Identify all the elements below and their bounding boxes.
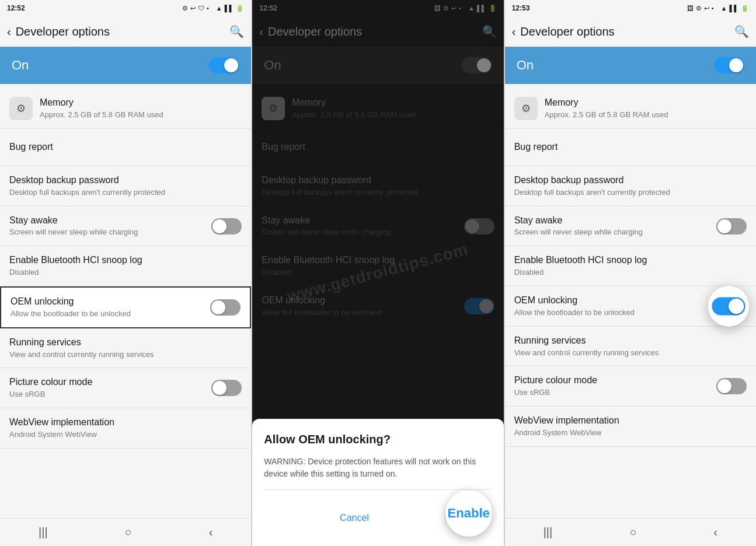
bluetooth-hci-item-3[interactable]: Enable Bluetooth HCI snoop log Disabled: [505, 246, 756, 286]
webview-item-3[interactable]: WebView implementation Android System We…: [505, 407, 756, 447]
bluetooth-hci-subtitle-3: Disabled: [514, 268, 747, 278]
picture-colour-title-3: Picture colour mode: [514, 374, 716, 387]
oem-knob-3: [729, 299, 744, 314]
memory-item-1[interactable]: ⚙ Memory Approx. 2.5 GB of 5.8 GB RAM us…: [0, 89, 251, 129]
dialog-cancel-button[interactable]: Cancel: [264, 503, 444, 533]
memory-icon-1: ⚙: [9, 97, 33, 120]
oem-unlocking-subtitle-3: Allow the bootloader to be unlocked: [514, 308, 709, 318]
stay-awake-subtitle-3: Screen will never sleep while charging: [514, 228, 716, 237]
picture-colour-toggle-3[interactable]: [716, 378, 747, 394]
on-bar-3[interactable]: On: [505, 47, 756, 84]
dialog-title: Allow OEM unlocking?: [264, 433, 492, 446]
signal-icon-1: ▌▌: [225, 5, 234, 12]
oem-unlocking-item-1[interactable]: OEM unlocking Allow the bootloader to be…: [0, 286, 251, 328]
header-3: ‹ Developer options 🔍: [505, 16, 756, 47]
back-button-1[interactable]: ‹: [7, 25, 11, 38]
desktop-backup-item-3[interactable]: Desktop backup password Desktop full bac…: [505, 166, 756, 206]
stay-awake-subtitle-1: Screen will never sleep while charging: [9, 228, 211, 237]
stay-awake-knob-3: [717, 219, 731, 233]
status-time-3: 12:53: [512, 4, 530, 12]
back-button-3[interactable]: ‹: [512, 25, 516, 38]
stay-awake-item-1[interactable]: Stay awake Screen will never sleep while…: [0, 206, 251, 247]
nav-recent-3[interactable]: |||: [532, 521, 565, 544]
bluetooth-hci-content-3: Enable Bluetooth HCI snoop log Disabled: [514, 254, 747, 278]
header-1: ‹ Developer options 🔍: [0, 16, 251, 47]
on-bar-1[interactable]: On: [0, 47, 251, 84]
screen1: 12:52 ⚙ ↩ 🛡 • ▲ ▌▌ 🔋 ‹ Developer options…: [0, 0, 251, 546]
stay-awake-content-1: Stay awake Screen will never sleep while…: [9, 215, 211, 238]
bug-report-item-1[interactable]: Bug report: [0, 129, 251, 166]
screen3: 12:53 🖼 ⚙ ↩ • ▲ ▌▌ 🔋 ‹ Developer options…: [505, 0, 756, 546]
nav-back-3[interactable]: ‹: [702, 521, 729, 544]
oem-unlocking-item-3[interactable]: OEM unlocking Allow the bootloader to be…: [505, 286, 756, 327]
stay-awake-title-3: Stay awake: [514, 215, 716, 227]
picture-colour-subtitle-1: Use sRGB: [9, 390, 211, 400]
settings-list-3: ⚙ Memory Approx. 2.5 GB of 5.8 GB RAM us…: [505, 89, 756, 518]
picture-colour-item-1[interactable]: Picture colour mode Use sRGB: [0, 368, 251, 408]
nav-recent-1[interactable]: |||: [27, 521, 60, 544]
picture-colour-content-3: Picture colour mode Use sRGB: [514, 374, 716, 398]
search-icon-3[interactable]: 🔍: [734, 24, 749, 38]
running-services-subtitle-3: View and control currently running servi…: [514, 348, 747, 358]
stay-awake-title-1: Stay awake: [9, 215, 211, 227]
desktop-backup-subtitle-1: Desktop full backups aren't currently pr…: [9, 188, 242, 198]
screen2: www.getdroidtips.com 12:52 🖼 ⚙ ↩ • ▲ ▌▌ …: [252, 0, 503, 546]
settings-list-1: ⚙ Memory Approx. 2.5 GB of 5.8 GB RAM us…: [0, 89, 251, 518]
webview-title-3: WebView implementation: [514, 415, 747, 427]
memory-content-3: Memory Approx. 2.5 GB of 5.8 GB RAM used: [545, 97, 747, 120]
webview-subtitle-3: Android System WebView: [514, 428, 747, 438]
webview-content-3: WebView implementation Android System We…: [514, 415, 747, 438]
running-services-title-1: Running services: [9, 337, 242, 349]
shield-icon-1: 🛡: [198, 5, 204, 12]
page-title-3: Developer options: [520, 25, 734, 38]
memory-title-3: Memory: [545, 97, 747, 109]
webview-title-1: WebView implementation: [9, 416, 242, 429]
running-services-item-1[interactable]: Running services View and control curren…: [0, 328, 251, 369]
vpn-icon-3: ↩: [704, 5, 709, 12]
memory-item-3[interactable]: ⚙ Memory Approx. 2.5 GB of 5.8 GB RAM us…: [505, 89, 756, 129]
oem-toggle-3[interactable]: [712, 298, 745, 316]
webview-item-1[interactable]: WebView implementation Android System We…: [0, 408, 251, 449]
oem-toggle-1[interactable]: [210, 299, 241, 316]
desktop-backup-content-1: Desktop backup password Desktop full bac…: [9, 174, 242, 198]
picture-colour-title-1: Picture colour mode: [9, 376, 211, 388]
bug-report-content-1: Bug report: [9, 141, 242, 153]
search-icon-1[interactable]: 🔍: [229, 24, 244, 38]
vpn-icon-1: ↩: [190, 5, 196, 12]
nav-back-1[interactable]: ‹: [197, 521, 225, 544]
oem-knob-1: [211, 300, 225, 314]
running-services-item-3[interactable]: Running services View and control curren…: [505, 327, 756, 367]
nav-home-3[interactable]: ○: [618, 521, 648, 544]
status-bar-3: 12:53 🖼 ⚙ ↩ • ▲ ▌▌ 🔋: [505, 0, 756, 16]
oem-unlocking-content-3: OEM unlocking Allow the bootloader to be…: [514, 295, 709, 318]
bluetooth-hci-item-1[interactable]: Enable Bluetooth HCI snoop log Disabled: [0, 246, 251, 286]
stay-awake-toggle-3[interactable]: [716, 218, 747, 235]
dot-icon-3: •: [712, 5, 714, 12]
desktop-backup-item-1[interactable]: Desktop backup password Desktop full bac…: [0, 166, 251, 206]
gallery-icon-3: 🖼: [687, 5, 694, 12]
signal-icon-3: ▌▌: [729, 5, 738, 12]
memory-title-1: Memory: [40, 97, 242, 109]
settings-icon-3: ⚙: [696, 5, 702, 12]
dialog-enable-button[interactable]: Enable: [445, 490, 492, 537]
running-services-subtitle-1: View and control currently running servi…: [9, 350, 242, 360]
on-label-3: On: [517, 58, 534, 73]
desktop-backup-content-3: Desktop backup password Desktop full bac…: [514, 174, 747, 198]
picture-colour-item-3[interactable]: Picture colour mode Use sRGB: [505, 366, 756, 407]
picture-colour-content-1: Picture colour mode Use sRGB: [9, 376, 211, 400]
memory-subtitle-3: Approx. 2.5 GB of 5.8 GB RAM used: [545, 110, 747, 120]
bug-report-title-3: Bug report: [514, 141, 747, 153]
dialog-box: Allow OEM unlocking? WARNING: Device pro…: [252, 419, 503, 546]
webview-content-1: WebView implementation Android System We…: [9, 416, 242, 440]
desktop-backup-title-3: Desktop backup password: [514, 174, 747, 187]
nav-home-1[interactable]: ○: [113, 521, 144, 544]
bug-report-item-3[interactable]: Bug report: [505, 129, 756, 166]
dialog-buttons: Cancel Enable: [264, 489, 492, 546]
picture-colour-toggle-1[interactable]: [211, 380, 242, 396]
on-toggle-3[interactable]: [714, 57, 744, 74]
running-services-title-3: Running services: [514, 335, 747, 347]
dot-icon-1: •: [207, 5, 209, 12]
on-toggle-1[interactable]: [209, 57, 239, 74]
stay-awake-item-3[interactable]: Stay awake Screen will never sleep while…: [505, 206, 756, 247]
stay-awake-toggle-1[interactable]: [211, 218, 242, 235]
